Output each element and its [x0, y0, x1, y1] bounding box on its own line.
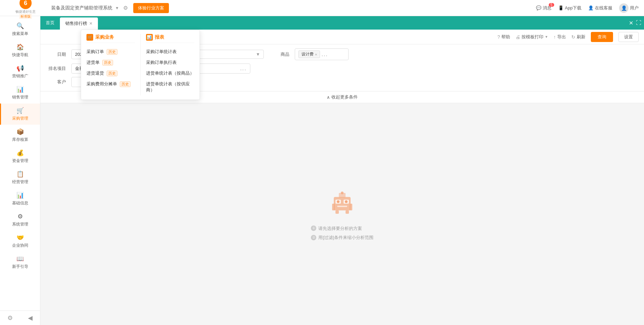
finance-icon: 💰: [16, 149, 24, 157]
sidebar-collapse-icon[interactable]: ◀: [28, 314, 33, 322]
sidebar-item-guide-label: 新手引导: [12, 264, 28, 270]
sidebar-item-business-label: 经营管理: [12, 179, 28, 185]
dropdown-item-return[interactable]: 进货退货 历史: [86, 68, 135, 79]
goods-filter-tag: 设计费 ×: [298, 50, 320, 58]
svg-point-4: [345, 200, 348, 203]
sidebar-settings-icon[interactable]: ⚙: [7, 314, 13, 322]
sidebar-item-sales[interactable]: 📊 销售管理: [0, 82, 40, 104]
print-button[interactable]: 🖨 按模板打印 ▼: [515, 34, 548, 40]
purchase-col: 🛒 采购业务 采购订单 历史 进货单 历史 进货退货 历史 采购费用分摊单: [81, 34, 141, 95]
purchase-order-label: 采购订单: [86, 49, 104, 55]
sidebar-item-enterprise[interactable]: 🤝 企业协同: [0, 231, 40, 252]
print-label: 按模板打印: [522, 34, 543, 40]
tab-maximize-icon[interactable]: ⛶: [636, 20, 641, 26]
report-col-title: 📊 报表: [146, 34, 194, 43]
logo-text: 畅捷通好生意: [15, 9, 36, 14]
sidebar-item-basic-info[interactable]: 📊 基础信息: [0, 188, 40, 209]
sidebar-item-guide[interactable]: 📖 新手引导: [0, 252, 40, 273]
dropdown-item-inbound-stat-goods[interactable]: 进货单统计表（按商品）: [146, 68, 194, 79]
sidebar-item-purchase[interactable]: 🛒 采购管理: [0, 104, 40, 125]
dropdown-item-order-exec[interactable]: 采购订单执行表: [146, 57, 194, 68]
tab-close-icon[interactable]: ✕: [89, 21, 93, 26]
refresh-label: 刷新: [577, 34, 585, 40]
header-right: 💬 消息 5 📱 App下载 👤 在线客服 👤 用户: [536, 3, 639, 13]
trial-button[interactable]: 体验行业方案: [133, 3, 169, 13]
online-service-button[interactable]: 👤 在线客服: [588, 5, 612, 11]
dropdown-item-purchase-order[interactable]: 采购订单 历史: [86, 46, 135, 57]
home-icon: 🏠: [16, 43, 24, 51]
sidebar-item-system[interactable]: ⚙ 系统管理: [0, 209, 40, 231]
enterprise-icon: 🤝: [16, 234, 24, 241]
goods-more-btn[interactable]: ...: [321, 51, 328, 57]
report-col-icon: 📊: [146, 34, 153, 41]
purchase-col-title: 🛒 采购业务: [86, 34, 135, 43]
sidebar-item-marketing[interactable]: 📢 营销推广: [0, 61, 40, 82]
date-filter-label: 日期: [46, 51, 66, 57]
customer-filter-label: 客户: [46, 79, 66, 85]
system-icon: ⚙: [17, 213, 23, 220]
export-button[interactable]: ↑ 导出: [553, 34, 566, 40]
sidebar-item-inventory-label: 库存核算: [12, 137, 28, 143]
service-icon: 👤: [588, 5, 594, 10]
help-button[interactable]: ? 帮助: [497, 34, 510, 40]
app-download-label: App下载: [565, 5, 581, 11]
user-avatar: 👤: [619, 3, 629, 13]
goods-filter-label: 商品: [269, 51, 289, 57]
purchase-col-title-text: 采购业务: [95, 34, 114, 40]
refresh-icon: ↻: [571, 34, 575, 40]
order-stat-label: 采购订单统计表: [146, 49, 177, 55]
empty-hint-1-text: 请先选择要分析的方案: [318, 225, 362, 232]
status-dropdown-icon: ▼: [256, 52, 260, 57]
basic-info-icon: 📊: [16, 192, 24, 199]
sidebar-item-quick-nav[interactable]: 🏠 快捷导航: [0, 40, 40, 61]
empty-state: ① 请先选择要分析的方案 ② 用[过滤]条件来缩小分析范围: [40, 103, 644, 325]
logo-edition: 标准版: [19, 14, 32, 19]
sales-icon: 📊: [16, 86, 24, 93]
goods-tag-close[interactable]: ×: [315, 52, 317, 56]
empty-text: ① 请先选择要分析的方案 ② 用[过滤]条件来缩小分析范围: [311, 225, 373, 242]
svg-rect-9: [346, 210, 349, 214]
dropdown-item-inbound-stat-supplier[interactable]: 进货单统计表（按供应商）: [146, 79, 194, 95]
svg-point-11: [341, 192, 344, 194]
notification-button[interactable]: 💬 消息 5: [536, 5, 551, 11]
sidebar-item-system-label: 系统管理: [12, 221, 28, 227]
empty-hint-1: ① 请先选择要分析的方案: [311, 225, 373, 232]
collapse-button[interactable]: ∧ 收起更多条件: [327, 94, 358, 100]
user-button[interactable]: 👤 用户: [619, 3, 639, 13]
help-icon: ?: [497, 34, 500, 40]
cost-label: 采购费用分摊单: [86, 81, 117, 87]
salesman-more-btn[interactable]: ...: [240, 66, 247, 72]
print-dropdown-icon[interactable]: ▼: [545, 35, 548, 39]
sidebar-bottom: ⚙ ◀: [0, 311, 40, 325]
goods-filter-input[interactable]: 设计费 × ...: [295, 48, 349, 60]
system-title: 装备及固定资产辅助管理系统 ▼ ⚙: [51, 5, 128, 11]
sidebar-item-enterprise-label: 企业协同: [12, 243, 28, 248]
system-settings-icon[interactable]: ⚙: [123, 5, 128, 11]
sidebar-item-purchase-label: 采购管理: [12, 116, 28, 121]
tab-close-all-icon[interactable]: ✕: [629, 20, 633, 26]
purchase-dropdown-menu: 🛒 采购业务 采购订单 历史 进货单 历史 进货退货 历史 采购费用分摊单: [81, 30, 200, 100]
settings-button[interactable]: 设置: [618, 32, 639, 42]
app-download-button[interactable]: 📱 App下载: [558, 5, 581, 11]
sidebar-item-sales-label: 销售管理: [12, 94, 28, 100]
dropdown-item-inbound[interactable]: 进货单 历史: [86, 57, 135, 68]
sidebar-item-search[interactable]: 🔍 搜索菜单: [0, 19, 40, 40]
refresh-button[interactable]: ↻ 刷新: [571, 34, 585, 40]
guide-icon: 📖: [16, 255, 24, 262]
dropdown-item-cost[interactable]: 采购费用分摊单 历史: [86, 79, 135, 89]
purchase-col-icon: 🛒: [86, 34, 93, 41]
tab-sales-rank[interactable]: 销售排行榜 ✕: [60, 17, 98, 30]
rank-filter-label: 排名项目: [46, 66, 66, 72]
sidebar-item-marketing-label: 营销推广: [12, 73, 28, 79]
help-label: 帮助: [501, 34, 510, 40]
sidebar-item-inventory[interactable]: 📦 库存核算: [0, 125, 40, 146]
sidebar-item-business[interactable]: 📋 经营管理: [0, 167, 40, 188]
status-filter-input[interactable]: ▼: [196, 50, 264, 59]
empty-illustration: [325, 187, 359, 220]
sidebar-item-search-label: 搜索菜单: [12, 31, 28, 37]
query-button[interactable]: 查询: [591, 32, 613, 42]
system-dropdown-arrow[interactable]: ▼: [115, 6, 119, 10]
inbound-stat-goods-label: 进货单统计表（按商品）: [146, 70, 194, 76]
sidebar-item-finance[interactable]: 💰 资金管理: [0, 146, 40, 167]
dropdown-item-order-stat[interactable]: 采购订单统计表: [146, 46, 194, 57]
